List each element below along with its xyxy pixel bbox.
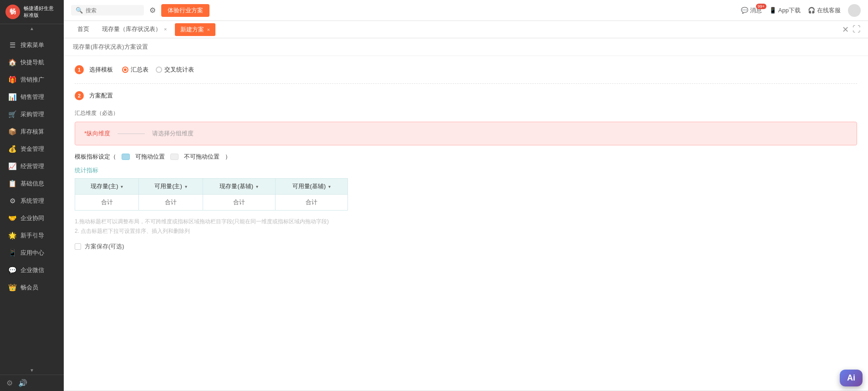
step1-row: 1 选择模板 汇总表 交叉统计表 bbox=[75, 65, 857, 74]
step2-label: 方案配置 bbox=[89, 92, 113, 100]
tab-new-plan-close[interactable]: × bbox=[207, 27, 209, 32]
radio-summary-dot bbox=[122, 67, 128, 73]
sidebar-logo: 畅 畅捷通好生意 标准版 bbox=[0, 0, 64, 24]
sidebar-item-newbie[interactable]: 🌟 新手引导 bbox=[0, 227, 64, 244]
logo-icon: 畅 bbox=[5, 5, 20, 19]
sidebar-item-cooperation[interactable]: 🤝 企业协同 bbox=[0, 210, 64, 227]
sidebar-scroll-down[interactable]: ▼ bbox=[0, 366, 64, 375]
tab-new-plan[interactable]: 新建方案 × bbox=[175, 23, 215, 36]
no-drag-indicator bbox=[170, 154, 179, 160]
ai-badge[interactable]: Ai bbox=[840, 370, 863, 386]
sidebar-scroll-up[interactable]: ▲ bbox=[0, 24, 64, 33]
col-header-1[interactable]: 可用量(主) ▾ bbox=[139, 179, 203, 195]
logo-text: 畅捷通好生意 标准版 bbox=[24, 5, 54, 19]
save-option-row: 方案保存(可选) bbox=[75, 242, 857, 251]
save-option-label: 方案保存(可选) bbox=[85, 242, 124, 251]
metrics-setting-label: 模板指标设定（ bbox=[75, 153, 116, 161]
sidebar-item-label: 搜索菜单 bbox=[20, 41, 44, 49]
drag-indicator bbox=[122, 154, 130, 160]
wechat-icon: 💬 bbox=[8, 266, 17, 274]
crown-icon: 👑 bbox=[8, 283, 17, 292]
search-input[interactable] bbox=[86, 7, 131, 14]
content-area: 现存量(库存状况表)方案设置 1 选择模板 汇总表 交叉统计表 bbox=[64, 38, 868, 391]
sidebar-item-inventory[interactable]: 📦 库存核算 bbox=[0, 123, 64, 140]
sidebar-item-label: 采购管理 bbox=[20, 110, 44, 118]
sidebar-item-basics[interactable]: 📋 基础信息 bbox=[0, 175, 64, 192]
tip-1: 1.拖动标题栏可以调整布局，不可跨维度或指标区域拖动栏目字段(只能在同一维度或指… bbox=[75, 218, 857, 226]
app-download-label: App下载 bbox=[778, 6, 801, 15]
step1-number: 1 bbox=[75, 65, 84, 74]
dimension-placeholder[interactable]: 请选择分组维度 bbox=[152, 129, 194, 138]
sidebar-item-label: 企业微信 bbox=[20, 266, 44, 274]
sidebar-item-quick-nav[interactable]: 🏠 快捷导航 bbox=[0, 54, 64, 71]
settings-icon[interactable]: ⚙ bbox=[6, 379, 13, 387]
cell-0-2: 合计 bbox=[203, 195, 275, 211]
sidebar-item-label: 库存核算 bbox=[20, 128, 44, 136]
metrics-label-suffix: ） bbox=[225, 153, 231, 161]
sidebar-item-label: 基础信息 bbox=[20, 180, 44, 188]
sidebar-item-member[interactable]: 👑 畅会员 bbox=[0, 279, 64, 296]
search-menu-icon: ☰ bbox=[8, 41, 17, 49]
sidebar-item-marketing[interactable]: 🎁 营销推广 bbox=[0, 71, 64, 88]
radio-cross[interactable]: 交叉统计表 bbox=[156, 66, 194, 74]
col-header-2[interactable]: 现存量(基辅) ▾ bbox=[203, 179, 275, 195]
radio-cross-dot bbox=[156, 67, 162, 73]
sidebar-item-search-menu[interactable]: ☰ 搜索菜单 bbox=[0, 36, 64, 54]
cell-0-3: 合计 bbox=[275, 195, 347, 211]
radio-cross-label: 交叉统计表 bbox=[164, 66, 194, 74]
stats-title: 统计指标 bbox=[75, 166, 857, 175]
sidebar-item-label: 快捷导航 bbox=[20, 58, 44, 67]
sidebar-item-purchase[interactable]: 🛒 采购管理 bbox=[0, 106, 64, 123]
tab-home[interactable]: 首页 bbox=[71, 21, 96, 38]
message-button[interactable]: 💬 消息 99+ bbox=[741, 6, 762, 15]
ops-icon: 📈 bbox=[8, 162, 17, 170]
step1-label: 选择模板 bbox=[89, 66, 113, 74]
dimension-required-label: *纵向维度 bbox=[84, 129, 110, 138]
sidebar-item-app-center[interactable]: 📱 应用中心 bbox=[0, 244, 64, 262]
chevron-down-icon: ▾ bbox=[121, 184, 123, 189]
tab-close-icon[interactable]: ✕ bbox=[842, 25, 849, 35]
chevron-down-icon: ▾ bbox=[328, 184, 331, 189]
sidebar-item-sales[interactable]: 📊 销售管理 bbox=[0, 88, 64, 106]
online-service-link[interactable]: 🎧 在线客服 bbox=[808, 6, 841, 15]
gear-icon[interactable]: ⚙ bbox=[149, 6, 156, 15]
industry-plan-button[interactable]: 体验行业方案 bbox=[161, 4, 209, 17]
tabs-right-controls: ✕ ⛶ bbox=[842, 25, 861, 35]
sidebar-item-system[interactable]: ⚙ 系统管理 bbox=[0, 192, 64, 210]
dimension-required-box: *纵向维度 请选择分组维度 bbox=[75, 122, 857, 145]
system-icon: ⚙ bbox=[8, 197, 17, 205]
search-box[interactable]: 🔍 bbox=[71, 5, 144, 15]
dimension-divider bbox=[117, 134, 145, 134]
sidebar-item-operations[interactable]: 📈 经营管理 bbox=[0, 158, 64, 175]
sidebar-item-finance[interactable]: 💰 资金管理 bbox=[0, 140, 64, 158]
speaker-icon[interactable]: 🔊 bbox=[18, 379, 27, 387]
tab-inventory-close[interactable]: × bbox=[164, 26, 167, 32]
tab-inventory[interactable]: 现存量（库存状况表） × bbox=[96, 21, 173, 38]
sidebar-nav: ☰ 搜索菜单 🏠 快捷导航 🎁 营销推广 📊 销售管理 🛒 采购管理 📦 库存核… bbox=[0, 33, 64, 366]
avatar[interactable] bbox=[848, 4, 861, 17]
table-row: 合计 合计 合计 合计 bbox=[75, 195, 348, 211]
save-checkbox[interactable] bbox=[75, 243, 81, 250]
tip-2: 2. 点击标题栏下拉可设置排序、插入列和删除列 bbox=[75, 227, 857, 235]
tips-section: 1.拖动标题栏可以调整布局，不可跨维度或指标区域拖动栏目字段(只能在同一维度或指… bbox=[75, 218, 857, 235]
gift-icon: 🎁 bbox=[8, 76, 17, 84]
sidebar-item-label: 营销推广 bbox=[20, 76, 44, 84]
chart-icon: 📊 bbox=[8, 93, 17, 101]
app-download-link[interactable]: 📱 App下载 bbox=[769, 6, 801, 15]
tab-new-plan-label: 新建方案 bbox=[180, 26, 204, 34]
star-icon: 🌟 bbox=[8, 232, 17, 240]
cell-0-1: 合计 bbox=[139, 195, 203, 211]
basics-icon: 📋 bbox=[8, 180, 17, 188]
col-header-3[interactable]: 可用量(基辅) ▾ bbox=[275, 179, 347, 195]
tab-fullscreen-icon[interactable]: ⛶ bbox=[853, 25, 861, 34]
no-drag-label: 不可拖动位置 bbox=[184, 153, 220, 161]
radio-summary[interactable]: 汇总表 bbox=[122, 66, 148, 74]
sidebar-item-wechat[interactable]: 💬 企业微信 bbox=[0, 262, 64, 279]
metrics-setting-row: 模板指标设定（ 可拖动位置 不可拖动位置 ） bbox=[75, 153, 857, 161]
chevron-down-icon: ▾ bbox=[256, 184, 258, 189]
message-badge: 99+ bbox=[756, 4, 766, 9]
sidebar-item-label: 销售管理 bbox=[20, 93, 44, 101]
tab-home-label: 首页 bbox=[77, 25, 89, 33]
drag-label: 可拖动位置 bbox=[135, 153, 165, 161]
col-header-0[interactable]: 现存量(主) ▾ bbox=[75, 179, 139, 195]
